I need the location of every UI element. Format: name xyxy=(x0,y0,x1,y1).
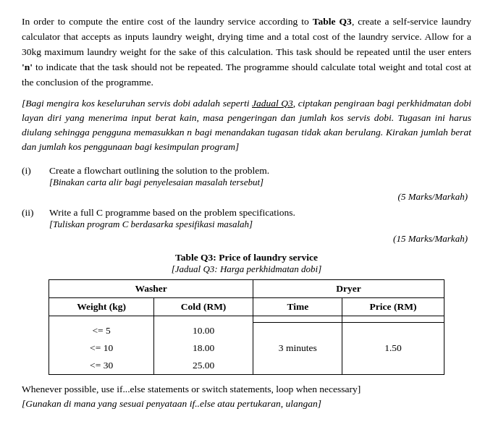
question-i-content: Create a flowchart outlining the solutio… xyxy=(49,165,471,188)
row3-cold: 25.00 xyxy=(153,357,253,375)
intro-paragraph: In order to compute the entire cost of t… xyxy=(22,14,471,90)
row1-price: 1.50 xyxy=(342,322,444,375)
intro-paragraph-italic: [Bagi mengira kos keseluruhan servis dob… xyxy=(22,96,471,155)
and-text: and xyxy=(267,31,282,42)
n-ref: 'n' xyxy=(22,62,33,72)
price-col-header: Price (RM) xyxy=(342,297,444,316)
row3-weight: <= 30 xyxy=(49,357,154,375)
question-i-num: (i) xyxy=(22,165,49,177)
question-section: (i) Create a flowchart outlining the sol… xyxy=(22,165,471,245)
table-row: <= 5 10.00 3 minutes 1.50 xyxy=(49,322,444,339)
laundry-table: Washer Dryer Weight (kg) Cold (RM) Time … xyxy=(49,279,444,376)
table-spacer-row xyxy=(49,316,444,322)
question-ii-num: (ii) xyxy=(22,207,49,219)
dryer-header: Dryer xyxy=(253,279,444,297)
question-i-marks: (5 Marks/Markah) xyxy=(22,191,471,203)
question-ii-content: Write a full C programme based on the pr… xyxy=(49,207,471,230)
table-title-italic: [Jadual Q3: Harga perkhidmatan dobi] xyxy=(22,263,471,275)
question-i-main: Create a flowchart outlining the solutio… xyxy=(49,165,471,177)
question-i-italic: [Binakan carta alir bagi penyelesaian ma… xyxy=(49,177,471,188)
footer-italic: [Gunakan di mana yang sesuai penyataan i… xyxy=(22,398,321,409)
table-title: Table Q3: Price of laundry service xyxy=(22,252,471,263)
row2-weight: <= 10 xyxy=(49,339,154,357)
weight-col-header: Weight (kg) xyxy=(49,297,154,316)
row1-time: 3 minutes xyxy=(253,322,342,375)
table-header-sub: Weight (kg) Cold (RM) Time Price (RM) xyxy=(49,297,444,316)
table-section: Table Q3: Price of laundry service [Jadu… xyxy=(22,252,471,376)
question-ii-marks: (15 Marks/Markah) xyxy=(22,233,471,245)
question-i-row: (i) Create a flowchart outlining the sol… xyxy=(22,165,471,188)
washer-header: Washer xyxy=(49,279,253,297)
row2-cold: 18.00 xyxy=(153,339,253,357)
question-ii-italic: [Tuliskan program C berdasarka spesifika… xyxy=(49,219,471,230)
footer-paragraph: Whenever possible, use if...else stateme… xyxy=(22,382,471,412)
cold-col-header: Cold (RM) xyxy=(153,297,253,316)
table-ref: Table Q3 xyxy=(313,16,352,27)
question-ii-main: Write a full C programme based on the pr… xyxy=(49,207,471,219)
time-col-header: Time xyxy=(253,297,342,316)
row1-cold: 10.00 xyxy=(153,322,253,339)
row1-weight: <= 5 xyxy=(49,322,154,339)
question-ii-row: (ii) Write a full C programme based on t… xyxy=(22,207,471,230)
table-header-top: Washer Dryer xyxy=(49,279,444,297)
